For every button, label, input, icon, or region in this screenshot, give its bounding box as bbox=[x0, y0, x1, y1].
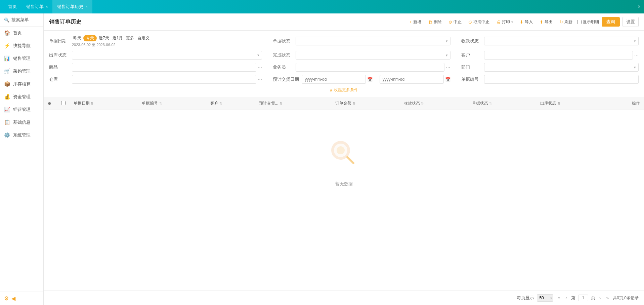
department-select[interactable] bbox=[484, 63, 639, 72]
sidebar-item-quick-nav[interactable]: ⚡ 快捷导航 bbox=[0, 39, 43, 52]
top-bar-right: × bbox=[638, 4, 641, 10]
next-page-button[interactable]: › bbox=[598, 295, 602, 301]
select-all-checkbox[interactable] bbox=[61, 101, 66, 105]
cancel-stop-button[interactable]: ⊙ 取消中止 bbox=[466, 18, 491, 26]
toolbar: + 新增 🗑 删除 ⊘ 中止 ⊙ 取消中止 🖨 打印 bbox=[407, 17, 639, 27]
th-outbound-status-label: 出库状态 bbox=[540, 101, 556, 106]
th-outbound-status-sort-icon: ⇅ bbox=[558, 102, 560, 105]
product-input[interactable] bbox=[72, 63, 256, 72]
query-button[interactable]: 查询 bbox=[602, 17, 620, 27]
sidebar-item-inventory[interactable]: 📦 库存核算 bbox=[0, 78, 43, 90]
date-7days-btn[interactable]: 近7天 bbox=[97, 35, 111, 42]
th-date[interactable]: 单据日期 ⇅ bbox=[70, 97, 138, 110]
th-date-sort-icon: ⇅ bbox=[91, 102, 93, 105]
current-page-input[interactable]: 1 bbox=[578, 295, 588, 301]
complete-status-select[interactable] bbox=[296, 51, 450, 60]
filter-row-4: 仓库 ··· 预计交货日期 📅 — 📅 bbox=[49, 75, 639, 84]
tab-sales-order-close[interactable]: × bbox=[46, 5, 48, 9]
expected-date-to-input[interactable] bbox=[380, 75, 444, 84]
tab-sales-order-history-close[interactable]: × bbox=[85, 5, 87, 9]
filter-row-2: 出库状态 ▾ 完成状态 ▾ bbox=[49, 51, 639, 60]
outbound-status-select[interactable] bbox=[72, 51, 262, 60]
tab-home[interactable]: 首页 bbox=[3, 0, 22, 13]
display-toggle[interactable]: 显示明细 bbox=[577, 19, 599, 25]
content-area: 销售订单历史 + 新增 🗑 删除 ⊘ 中止 ⊙ 取消中止 bbox=[44, 13, 644, 305]
filter-sales-rep: 业务员 ··· bbox=[273, 63, 450, 72]
th-customer[interactable]: 客户 ⇅ bbox=[206, 97, 255, 110]
sidebar-settings-button[interactable]: ⚙ bbox=[4, 295, 9, 302]
th-customer-sort-icon: ⇅ bbox=[219, 102, 222, 105]
sidebar-item-sales[interactable]: 📊 销售管理 bbox=[0, 52, 43, 65]
sidebar-item-home[interactable]: 🏠 首页 bbox=[0, 27, 43, 39]
last-page-button[interactable]: » bbox=[605, 295, 610, 301]
sidebar-item-operation[interactable]: 📈 经营管理 bbox=[0, 103, 43, 116]
th-order-status[interactable]: 单据状态 ⇅ bbox=[468, 97, 536, 110]
import-button[interactable]: ⬇ 导入 bbox=[518, 18, 535, 26]
page-unit: 页 bbox=[591, 295, 595, 301]
svg-line-2 bbox=[347, 157, 353, 163]
th-order-status-sort-icon: ⇅ bbox=[489, 102, 492, 105]
sidebar-item-finance[interactable]: 💰 资金管理 bbox=[0, 90, 43, 103]
th-no[interactable]: 单据编号 ⇅ bbox=[138, 97, 206, 110]
expected-date-from-input[interactable] bbox=[302, 75, 366, 84]
customer-dots[interactable]: ··· bbox=[634, 52, 639, 58]
th-checkbox[interactable] bbox=[57, 97, 70, 110]
th-gear[interactable]: ⚙ bbox=[44, 97, 57, 110]
page-size-select[interactable]: 10 20 50 100 bbox=[537, 294, 553, 302]
th-outbound-status[interactable]: 出库状态 ⇅ bbox=[536, 97, 604, 110]
add-button[interactable]: + 新增 bbox=[407, 18, 423, 26]
calendar-from-icon[interactable]: 📅 bbox=[367, 77, 373, 82]
gear-icon[interactable]: ⚙ bbox=[48, 101, 51, 106]
delete-button[interactable]: 🗑 删除 bbox=[426, 18, 444, 26]
receipt-status-select[interactable] bbox=[484, 37, 639, 45]
th-amount-sort-icon: ⇅ bbox=[353, 102, 355, 105]
th-date-label: 单据日期 bbox=[74, 101, 90, 106]
th-expected-date[interactable]: 预计交货... ⇅ bbox=[255, 97, 332, 110]
table-body: 暂无数据 bbox=[44, 110, 644, 214]
sidebar-collapse-button[interactable]: ◀ bbox=[11, 295, 15, 302]
calendar-to-icon[interactable]: 📅 bbox=[445, 77, 450, 82]
settings-button[interactable]: 设置 bbox=[622, 17, 639, 27]
tab-sales-order-history[interactable]: 销售订单历史 × bbox=[52, 0, 92, 13]
filter-order-status: 单据状态 ▾ bbox=[273, 37, 450, 45]
refresh-button[interactable]: ↻ 刷新 bbox=[557, 18, 574, 26]
sales-rep-dots[interactable]: ··· bbox=[446, 64, 450, 70]
collapse-row[interactable]: ∧ 收起更多条件 bbox=[49, 87, 639, 93]
sidebar-item-purchase[interactable]: 🛒 采购管理 bbox=[0, 65, 43, 78]
th-amount[interactable]: 订单金额 ⇅ bbox=[331, 97, 399, 110]
window-close-button[interactable]: × bbox=[638, 4, 641, 10]
tab-sales-order[interactable]: 销售订单 × bbox=[22, 0, 52, 13]
first-page-button[interactable]: « bbox=[556, 295, 561, 301]
order-status-select[interactable] bbox=[296, 37, 450, 45]
sidebar-item-system[interactable]: ⚙️ 系统管理 bbox=[0, 129, 43, 142]
date-custom-btn[interactable]: 自定义 bbox=[136, 35, 151, 42]
empty-icon bbox=[327, 137, 361, 177]
filter-receipt-status: 收款状态 ▾ bbox=[461, 37, 639, 45]
date-yesterday-btn[interactable]: 昨天 bbox=[72, 35, 83, 42]
svg-point-3 bbox=[337, 146, 345, 154]
export-button[interactable]: ⬆ 导出 bbox=[538, 18, 555, 26]
basic-info-icon: 📋 bbox=[4, 119, 10, 125]
main-layout: 🔍 搜索菜单 🏠 首页 ⚡ 快捷导航 📊 销售管理 🛒 采购管理 📦 库存核算 … bbox=[0, 13, 644, 305]
th-receipt-status[interactable]: 收款状态 ⇅ bbox=[400, 97, 468, 110]
warehouse-dots[interactable]: ··· bbox=[258, 76, 262, 82]
sidebar-search[interactable]: 🔍 搜索菜单 bbox=[0, 13, 43, 27]
date-today-btn[interactable]: 今天 bbox=[83, 35, 97, 41]
prev-page-button[interactable]: ‹ bbox=[564, 295, 568, 301]
sidebar: 🔍 搜索菜单 🏠 首页 ⚡ 快捷导航 📊 销售管理 🛒 采购管理 📦 库存核算 … bbox=[0, 13, 44, 305]
warehouse-input[interactable] bbox=[72, 75, 256, 84]
stop-button[interactable]: ⊘ 中止 bbox=[446, 18, 464, 26]
order-no-input[interactable] bbox=[484, 75, 639, 84]
filter-outbound-status: 出库状态 ▾ bbox=[49, 51, 262, 60]
date-more-btn[interactable]: 更多 bbox=[125, 35, 135, 42]
customer-input[interactable] bbox=[484, 51, 633, 60]
product-dots[interactable]: ··· bbox=[258, 64, 262, 70]
sidebar-item-basic-info[interactable]: 📋 基础信息 bbox=[0, 116, 43, 129]
display-toggle-checkbox[interactable] bbox=[577, 20, 582, 24]
th-no-label: 单据编号 bbox=[142, 101, 158, 106]
date-1month-btn[interactable]: 近1月 bbox=[111, 35, 124, 42]
filter-expected-date: 预计交货日期 📅 — 📅 bbox=[273, 75, 450, 84]
export-icon: ⬆ bbox=[540, 20, 543, 25]
print-button[interactable]: 🖨 打印 ▾ bbox=[494, 18, 515, 26]
sales-rep-input[interactable] bbox=[296, 63, 444, 72]
